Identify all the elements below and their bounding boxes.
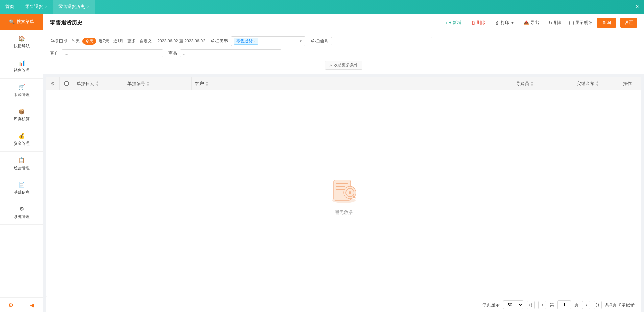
sidebar-search-button[interactable]: 🔍 搜索菜单 <box>0 14 43 30</box>
sidebar-item-quicknav-label: 快捷导航 <box>14 43 30 49</box>
date-custom-btn[interactable]: 自定义 <box>138 38 153 45</box>
table-header: ⚙ 单据日期 ▲▼ 单据编号 ▲▼ 客户 ▲▼ 导购员 <box>46 77 641 90</box>
date-yesterday-btn[interactable]: 昨天 <box>70 38 81 45</box>
date-more-btn[interactable]: 更多 <box>126 38 137 45</box>
page-number-input[interactable] <box>557 300 571 309</box>
tab-retail-return-history[interactable]: 零售退货历史 × <box>53 0 95 14</box>
tab-retail-return-close[interactable]: × <box>45 4 47 9</box>
inventory-icon: 📦 <box>18 108 25 115</box>
sidebar-item-purchase[interactable]: 🛒 采购管理 <box>0 79 43 103</box>
th-amount-sort-icon: ▲▼ <box>596 80 599 87</box>
per-page-select[interactable]: 50 10 20 100 <box>503 300 523 309</box>
sidebar-collapse-button[interactable]: ◀ <box>22 298 43 312</box>
sidebar-item-system-label: 系统管理 <box>14 214 30 220</box>
sidebar-item-quicknav[interactable]: 🏠 快捷导航 <box>0 30 43 54</box>
sidebar-item-sales[interactable]: 📊 销售管理 <box>0 54 43 79</box>
sidebar-item-system[interactable]: ⚙ 系统管理 <box>0 200 43 225</box>
collapse-icon: △ <box>329 63 332 68</box>
sidebar-item-finance[interactable]: 💰 资金管理 <box>0 127 43 152</box>
table-select-all-checkbox[interactable] <box>60 77 73 90</box>
export-label: 导出 <box>530 20 539 26</box>
sidebar-item-base-info-label: 基础信息 <box>14 190 30 195</box>
customer-filter-select[interactable]: ... <box>62 49 163 57</box>
th-date[interactable]: 单据日期 ▲▼ <box>73 77 124 90</box>
filter-row-1: 单据日期 昨天 今天 近7天 近1月 更多 自定义 2023-06-02 至 2… <box>50 36 637 46</box>
th-actions-label: 操作 <box>623 81 632 87</box>
filter-settings-button[interactable]: 设置 <box>620 18 637 28</box>
th-docno-label: 单据编号 <box>127 81 145 87</box>
search-icon: 🔍 <box>9 19 15 24</box>
select-all-input[interactable] <box>64 81 69 86</box>
print-label: 打印 <box>501 20 509 26</box>
window-close-button[interactable]: × <box>630 0 644 14</box>
th-date-sort-icon: ▲▼ <box>96 80 99 87</box>
sidebar-item-sales-label: 销售管理 <box>14 68 30 73</box>
tab-retail-return[interactable]: 零售退货 × <box>20 0 53 14</box>
operations-icon: 📋 <box>18 156 25 164</box>
docno-filter-input[interactable] <box>331 37 432 45</box>
svg-rect-3 <box>336 186 345 187</box>
date-range-display: 2023-06-02 至 2023-06-02 <box>157 38 205 44</box>
th-customer[interactable]: 客户 ▲▼ <box>192 77 512 90</box>
date-7days-btn[interactable]: 近7天 <box>97 38 111 45</box>
date-1month-btn[interactable]: 近1月 <box>112 38 125 45</box>
sidebar-item-inventory-label: 库存核算 <box>14 116 30 122</box>
delete-icon: 🗑 <box>471 20 475 25</box>
first-page-button[interactable]: ⟨⟨ <box>527 301 535 309</box>
empty-state-icon <box>327 172 361 205</box>
sidebar-settings-button[interactable]: ⚙ <box>0 298 22 312</box>
page-label: 第 <box>550 302 554 308</box>
sidebar-item-base-info[interactable]: 📄 基础信息 <box>0 176 43 200</box>
type-filter-label: 单据类型 <box>211 38 228 44</box>
content-area: 零售退货历史 + + 新增 🗑 删除 🖨 打印 ▼ 📤 导出 <box>43 14 644 312</box>
show-detail-checkbox[interactable]: 显示明细 <box>569 20 593 26</box>
delete-button[interactable]: 🗑 删除 <box>468 18 488 27</box>
th-salesperson-label: 导购员 <box>516 81 529 87</box>
table-settings-icon[interactable]: ⚙ <box>46 77 60 90</box>
tab-retail-return-history-close[interactable]: × <box>87 4 89 9</box>
type-select-arrow-icon: ▼ <box>299 39 302 43</box>
type-filter-select[interactable]: 零售退货 × ▼ <box>231 36 305 46</box>
th-salesperson[interactable]: 导购员 ▲▼ <box>512 77 573 90</box>
finance-icon: 💰 <box>18 132 25 139</box>
last-page-button[interactable]: ⟩⟩ <box>594 301 602 309</box>
collapse-filter-button[interactable]: △ 收起更多条件 <box>325 61 362 70</box>
svg-point-8 <box>349 191 351 194</box>
top-bar: 首页 零售退货 × 零售退货历史 × × <box>0 0 644 14</box>
refresh-icon: ↻ <box>549 20 552 25</box>
empty-state: 暂无数据 <box>46 90 641 297</box>
pagination-bar: 每页显示 50 10 20 100 ⟨⟨ ‹ 第 页 › ⟩⟩ 共0页, 0条记… <box>46 297 641 312</box>
goods-filter-item: 商品 ... <box>168 49 281 57</box>
goods-filter-select[interactable]: ... <box>180 49 281 57</box>
th-docno[interactable]: 单据编号 ▲▼ <box>124 77 192 90</box>
sidebar-item-operations[interactable]: 📋 经营管理 <box>0 152 43 176</box>
th-docno-sort-icon: ▲▼ <box>146 80 150 87</box>
type-tag-close[interactable]: × <box>254 39 256 43</box>
next-page-button[interactable]: › <box>582 301 590 309</box>
empty-state-text: 暂无数据 <box>335 209 353 216</box>
show-detail-input[interactable] <box>569 21 574 25</box>
th-salesperson-sort-icon: ▲▼ <box>530 80 534 87</box>
tab-home[interactable]: 首页 <box>0 0 20 14</box>
docno-filter-label: 单据编号 <box>311 38 328 44</box>
export-button[interactable]: 📤 导出 <box>521 18 542 27</box>
refresh-button[interactable]: ↻ 刷新 <box>546 18 565 27</box>
new-icon: + <box>445 20 448 25</box>
filter-row-2: 客户 ... 商品 ... <box>50 49 637 57</box>
goods-placeholder: ... <box>183 51 187 56</box>
date-filter-item: 单据日期 昨天 今天 近7天 近1月 更多 自定义 2023-06-02 至 2… <box>50 38 205 45</box>
sidebar-item-inventory[interactable]: 📦 库存核算 <box>0 103 43 127</box>
customer-placeholder: ... <box>65 51 68 56</box>
th-customer-sort-icon: ▲▼ <box>205 80 209 87</box>
sidebar-item-operations-label: 经营管理 <box>14 165 30 171</box>
print-button[interactable]: 🖨 打印 ▼ <box>492 18 517 27</box>
prev-page-button[interactable]: ‹ <box>538 301 546 309</box>
th-amount[interactable]: 实销金额 ▲▼ <box>573 77 614 90</box>
th-date-label: 单据日期 <box>77 81 94 87</box>
new-button[interactable]: + + 新增 <box>442 18 464 27</box>
docno-filter-item: 单据编号 <box>311 37 432 45</box>
date-today-btn[interactable]: 今天 <box>82 38 96 45</box>
type-tag: 零售退货 × <box>234 38 258 45</box>
page-suffix: 页 <box>574 302 579 308</box>
query-button[interactable]: 查询 <box>597 18 616 28</box>
